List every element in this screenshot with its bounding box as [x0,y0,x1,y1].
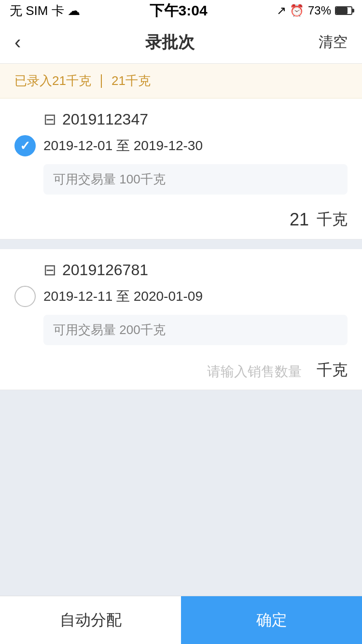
batch-date-1: 2019-12-01 至 2019-12-30 [43,137,203,155]
qty-input-row-1: 21 千克 [0,204,362,239]
batch-id-1: 2019112347 [62,111,148,128]
check-icon-1: ✓ [20,139,30,154]
status-right: ↗ ⏰ 73% [277,4,352,17]
document-icon-1: ⊟ [43,110,56,128]
back-button[interactable]: ‹ [14,31,21,53]
batch-date-row-1[interactable]: ✓ 2019-12-01 至 2019-12-30 [14,135,348,156]
section-separator [0,239,362,249]
status-bar: 无 SIM 卡 ☁ 下午3:04 ↗ ⏰ 73% [0,0,362,21]
status-time: 下午3:04 [150,1,208,21]
signal-text: 无 SIM 卡 ☁ [10,2,80,19]
bottom-area [0,390,362,598]
auto-distribute-button[interactable]: 自动分配 [0,596,181,644]
bottom-buttons: 自动分配 确定 [0,596,362,644]
info-bar: 已录入21千克 21千克 [0,64,362,98]
batch-date-row-2[interactable]: 2019-12-11 至 2020-01-09 [14,286,348,307]
nav-bar: ‹ 录批次 清空 [0,21,362,64]
batch-card-2: ⊟ 2019126781 2019-12-11 至 2020-01-09 可用交… [0,249,362,390]
battery-bar [335,6,352,15]
batch-available-qty-1: 可用交易量 100千克 [43,164,348,195]
page-title: 录批次 [145,31,195,54]
info-value: 21千克 [111,72,151,89]
batch-card-1: ⊟ 2019112347 ✓ 2019-12-01 至 2019-12-30 可… [0,98,362,239]
batch-id-row-2: ⊟ 2019126781 [14,261,348,279]
qty-input-2[interactable] [14,360,309,380]
batch-item-2: ⊟ 2019126781 2019-12-11 至 2020-01-09 可用交… [0,249,362,345]
qty-unit-2: 千克 [317,360,348,381]
info-label: 已录入21千克 [14,72,91,89]
document-icon-2: ⊟ [43,261,56,279]
qty-value-1: 21 [290,210,309,230]
batch-id-2: 2019126781 [62,261,148,279]
battery-percent: 73% [308,4,331,17]
batch-id-row-1: ⊟ 2019112347 [14,110,348,128]
confirm-button[interactable]: 确定 [181,596,362,644]
radio-button-1[interactable]: ✓ [14,135,36,156]
battery-icon: ↗ ⏰ [277,4,304,17]
clear-button[interactable]: 清空 [319,32,348,52]
batch-date-2: 2019-12-11 至 2020-01-09 [43,287,203,306]
info-divider [101,74,102,88]
status-left: 无 SIM 卡 ☁ [10,2,80,19]
batch-item-1: ⊟ 2019112347 ✓ 2019-12-01 至 2019-12-30 可… [0,98,362,195]
batch-available-qty-2: 可用交易量 200千克 [43,315,348,345]
radio-button-2[interactable] [14,286,36,307]
qty-unit-1: 千克 [317,209,348,230]
qty-input-row-2[interactable]: 千克 [0,355,362,390]
